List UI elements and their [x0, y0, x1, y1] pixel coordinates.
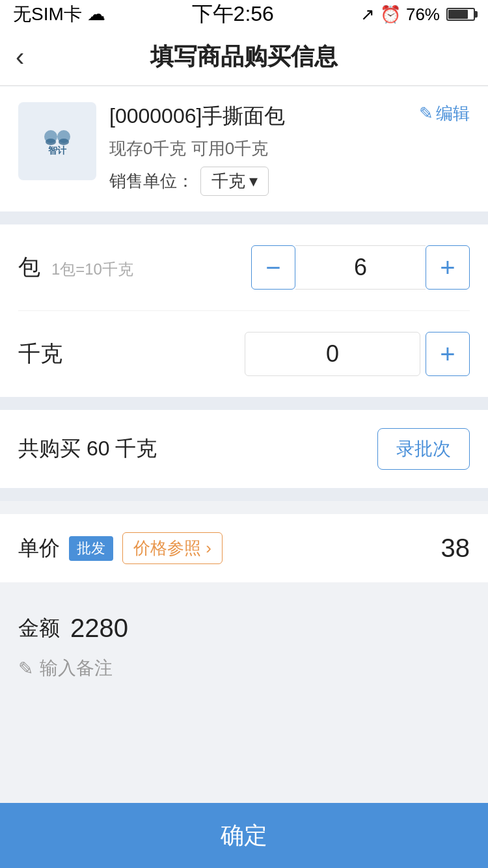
amount-section: 金额 2280 ✎ 输入备注: [0, 582, 488, 700]
edit-button[interactable]: ✎ 编辑: [419, 102, 470, 125]
kg-qty-control: +: [245, 332, 470, 376]
price-section: 单价 批发 价格参照 › 38: [0, 514, 488, 582]
status-bar: 无SIM卡 ☁ 下午2:56 ↗ ⏰ 76%: [0, 0, 488, 29]
note-row[interactable]: ✎ 输入备注: [18, 649, 470, 700]
bag-qty-input[interactable]: [295, 245, 426, 290]
kg-quantity-row: 千克 +: [18, 311, 470, 397]
bag-quantity-row: 包 1包=10千克 − +: [18, 224, 470, 311]
product-info: [0000006]手撕面包 现存0千克 可用0千克 销售单位： 千克 ▾: [109, 102, 470, 196]
amount-label: 金额: [18, 614, 60, 643]
svg-point-3: [59, 139, 69, 145]
price-reference-button[interactable]: 价格参照 ›: [122, 532, 223, 564]
note-placeholder: 输入备注: [40, 656, 113, 681]
amount-row: 金额 2280: [18, 601, 470, 649]
back-button[interactable]: ‹: [16, 42, 24, 72]
page-title: 填写商品购买信息: [150, 41, 338, 73]
status-right: ↗ ⏰ 76%: [360, 5, 475, 25]
bag-label: 包: [18, 254, 40, 279]
bag-decrement-button[interactable]: −: [251, 245, 295, 290]
price-tag: 批发: [69, 536, 113, 561]
svg-point-2: [46, 139, 56, 145]
kg-qty-input[interactable]: [245, 332, 420, 376]
price-row: 单价 批发 价格参照 › 38: [18, 532, 470, 564]
product-image: 智计: [18, 102, 96, 180]
product-card: 智计 [0000006]手撕面包 现存0千克 可用0千克 销售单位： 千克 ▾ …: [0, 87, 488, 211]
battery-percent: 76%: [406, 5, 440, 25]
confirm-button[interactable]: 确定: [0, 803, 488, 868]
summary-section: 共购买 60 千克 录批次: [0, 410, 488, 488]
amount-value: 2280: [70, 614, 128, 643]
price-label-group: 单价 批发 价格参照 ›: [18, 532, 223, 564]
summary-text: 共购买 60 千克: [18, 435, 157, 463]
kg-increment-button[interactable]: +: [426, 332, 470, 376]
product-name: [0000006]手撕面包: [109, 102, 470, 131]
section-divider-2: [0, 397, 488, 410]
chevron-down-icon: ▾: [249, 171, 258, 191]
product-unit-row: 销售单位： 千克 ▾: [109, 167, 470, 196]
svg-text:智计: 智计: [47, 145, 67, 156]
record-batch-button[interactable]: 录批次: [377, 428, 470, 470]
price-label: 单价: [18, 534, 60, 563]
alarm-icon: ⏰: [380, 5, 401, 25]
sim-label: 无SIM卡 ☁: [13, 2, 105, 27]
battery-icon: [446, 8, 475, 21]
section-divider-1: [0, 211, 488, 224]
status-time: 下午2:56: [192, 0, 274, 29]
unit-label: 销售单位：: [109, 170, 194, 193]
unit-selector[interactable]: 千克 ▾: [200, 167, 269, 196]
signal-icon: ↗: [360, 5, 375, 25]
edit-icon: ✎: [419, 103, 433, 124]
bag-label-group: 包 1包=10千克: [18, 252, 133, 282]
bag-qty-control: − +: [251, 245, 470, 290]
section-divider-3: [0, 488, 488, 501]
kg-label: 千克: [18, 339, 62, 369]
price-value: 38: [441, 534, 470, 563]
pencil-icon: ✎: [18, 658, 33, 679]
product-stock: 现存0千克 可用0千克: [109, 137, 470, 160]
nav-bar: ‹ 填写商品购买信息: [0, 29, 488, 86]
bag-increment-button[interactable]: +: [426, 245, 470, 290]
status-left: 无SIM卡 ☁: [13, 2, 105, 27]
bag-sublabel: 1包=10千克: [51, 260, 133, 278]
bag-quantity-section: 包 1包=10千克 − + 千克 +: [0, 224, 488, 397]
